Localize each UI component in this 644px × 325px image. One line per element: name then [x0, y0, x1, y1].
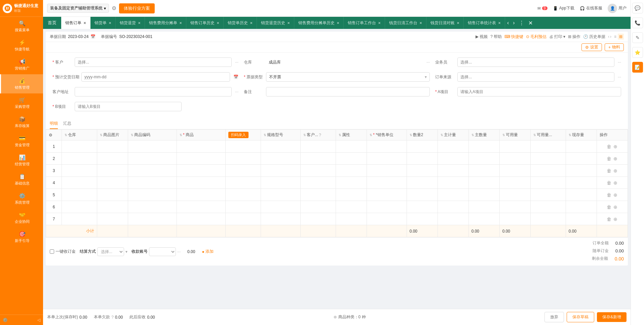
- tab-sales-order[interactable]: 销售订单 ✕: [61, 17, 90, 29]
- account-select[interactable]: [149, 247, 176, 256]
- customer-addr-input[interactable]: [75, 87, 232, 96]
- discard-button[interactable]: 放弃: [544, 312, 564, 322]
- sidebar-item-purchase[interactable]: 🛒 采购管理: [0, 93, 43, 113]
- profit-action[interactable]: ⊙ 毛利预估: [526, 34, 546, 40]
- right-panel-btn-5[interactable]: 📝: [632, 62, 643, 73]
- one-key-checkbox-label[interactable]: 一键收订金: [50, 249, 76, 254]
- row-7-main-unit[interactable]: [438, 213, 468, 225]
- tab-order-workbench[interactable]: 销售订单工作台 ✕: [344, 17, 385, 29]
- row-1-customer[interactable]: [301, 140, 336, 153]
- message-item[interactable]: ✉ 9: [537, 6, 547, 11]
- delivery-calendar-icon[interactable]: 📅: [233, 75, 238, 79]
- row-4-code[interactable]: [128, 177, 177, 189]
- payment-method-select[interactable]: 选择...: [97, 247, 124, 256]
- sidebar-item-guide[interactable]: 🎯 新手引导: [0, 228, 43, 247]
- row-5-warehouse[interactable]: [62, 189, 97, 201]
- delete-icon[interactable]: 🗑: [607, 204, 611, 210]
- user-item[interactable]: 👤 用户: [608, 4, 627, 13]
- tab-stats[interactable]: 销售订单统计表 ✕: [464, 17, 505, 29]
- one-key-checkbox[interactable]: [50, 249, 54, 254]
- row-7-qty2[interactable]: [407, 213, 438, 225]
- tab-close-order-history[interactable]: ✕: [217, 21, 219, 25]
- note-input[interactable]: [266, 87, 430, 96]
- sidebar-item-collab[interactable]: 🤝 企业协同: [0, 208, 43, 228]
- row-2-code[interactable]: [128, 153, 177, 165]
- row-2-customer[interactable]: [301, 153, 336, 165]
- tab-close-return-history[interactable]: ✕: [287, 21, 290, 25]
- row-3-warehouse[interactable]: [62, 165, 97, 177]
- row-6-main-unit[interactable]: [438, 201, 468, 213]
- row-3-spec[interactable]: [261, 165, 300, 177]
- sidebar-item-base[interactable]: 📋 基础信息: [0, 170, 43, 189]
- row-4-attr[interactable]: [336, 177, 367, 189]
- row-3-main-unit[interactable]: [438, 165, 468, 177]
- row-7-spec[interactable]: [261, 213, 300, 225]
- tab-close-sales-order[interactable]: ✕: [83, 21, 86, 25]
- delete-icon[interactable]: 🗑: [607, 144, 611, 149]
- row-7-unit[interactable]: [367, 213, 407, 225]
- copy-icon[interactable]: ⊕: [613, 168, 617, 173]
- tab-home[interactable]: 首页: [43, 17, 61, 29]
- right-panel-btn-4[interactable]: ⭐: [632, 47, 643, 58]
- sidebar-item-marketing[interactable]: 📢 营销推广: [0, 55, 43, 74]
- tab-next-btn[interactable]: ›: [511, 17, 517, 29]
- row-5-main-unit[interactable]: [438, 189, 468, 201]
- scan-button[interactable]: 扫码录入: [228, 132, 249, 138]
- delete-icon[interactable]: 🗑: [607, 192, 611, 198]
- delete-icon[interactable]: 🗑: [607, 168, 611, 173]
- copy-icon[interactable]: ⊕: [613, 216, 617, 222]
- row-2-warehouse[interactable]: [62, 153, 97, 165]
- delete-icon[interactable]: 🗑: [607, 180, 611, 186]
- row-2-qty2[interactable]: [407, 153, 438, 165]
- app-selector[interactable]: 装备及固定资产辅助管理系统 ▾: [47, 4, 109, 13]
- row-1-spec[interactable]: [261, 140, 300, 153]
- print-action[interactable]: 🖨 打印 ▾: [549, 34, 565, 40]
- tab-invoice[interactable]: 销货单 ✕: [90, 17, 116, 29]
- project-b-input[interactable]: [75, 102, 182, 111]
- tab-close-reconcile[interactable]: ✕: [457, 21, 459, 25]
- tab-invoice-history[interactable]: 销货单历史 ✕: [224, 17, 257, 29]
- customer-more-icon[interactable]: ···: [235, 60, 238, 65]
- delete-icon[interactable]: 🗑: [607, 156, 611, 161]
- app-download-item[interactable]: 📱 App下载: [553, 5, 574, 11]
- tab-summary[interactable]: 汇总: [63, 119, 71, 129]
- row-5-attr[interactable]: [336, 189, 367, 201]
- help-action[interactable]: ? 帮助: [490, 34, 502, 40]
- solution-button[interactable]: 体验行业方案: [119, 3, 155, 13]
- add-product-action[interactable]: + 物料: [605, 43, 624, 51]
- row-4-qty2[interactable]: [407, 177, 438, 189]
- next-record-btn[interactable]: ›: [610, 34, 611, 39]
- copy-icon[interactable]: ⊕: [613, 156, 617, 161]
- row-3-qty2[interactable]: [407, 165, 438, 177]
- row-2-spec[interactable]: [261, 153, 300, 165]
- tab-close-all-btn[interactable]: ✕: [526, 17, 535, 29]
- tab-close-invoice-history[interactable]: ✕: [250, 21, 253, 25]
- row-6-unit[interactable]: [367, 201, 407, 213]
- tab-close-return[interactable]: ✕: [138, 21, 141, 25]
- addr-more-icon[interactable]: ···: [235, 89, 238, 94]
- row-4-spec[interactable]: [261, 177, 300, 189]
- row-7-product[interactable]: [177, 213, 226, 225]
- sidebar-item-search[interactable]: 🔍 搜索菜单: [0, 17, 43, 36]
- row-3-unit[interactable]: [367, 165, 407, 177]
- row-4-customer[interactable]: [301, 177, 336, 189]
- row-4-unit[interactable]: [367, 177, 407, 189]
- tab-close-fee-split[interactable]: ✕: [179, 21, 182, 25]
- tab-order-history[interactable]: 销售订单历史 ✕: [186, 17, 224, 29]
- row-4-main-qty[interactable]: [468, 177, 499, 189]
- tab-close-cash-workbench[interactable]: ✕: [419, 21, 422, 25]
- row-1-unit[interactable]: [367, 140, 407, 153]
- customer-input[interactable]: [75, 57, 232, 67]
- save-new-button[interactable]: 保存&新增: [597, 312, 627, 322]
- tab-prev-btn[interactable]: ‹: [505, 17, 511, 29]
- right-panel-btn-2[interactable]: 📞: [632, 17, 643, 28]
- staff-more-icon[interactable]: ···: [618, 60, 621, 65]
- tab-fee-history[interactable]: 销售费用分摊单历史 ✕: [294, 17, 344, 29]
- copy-icon[interactable]: ⊕: [613, 144, 617, 149]
- copy-icon[interactable]: ⊕: [613, 204, 617, 210]
- settings-action[interactable]: ⚙ 设置: [581, 43, 602, 51]
- save-draft-button[interactable]: 保存草稿: [567, 312, 594, 322]
- staff-input[interactable]: [457, 57, 614, 67]
- row-2-unit[interactable]: [367, 153, 407, 165]
- warehouse-more-icon[interactable]: ···: [426, 60, 430, 65]
